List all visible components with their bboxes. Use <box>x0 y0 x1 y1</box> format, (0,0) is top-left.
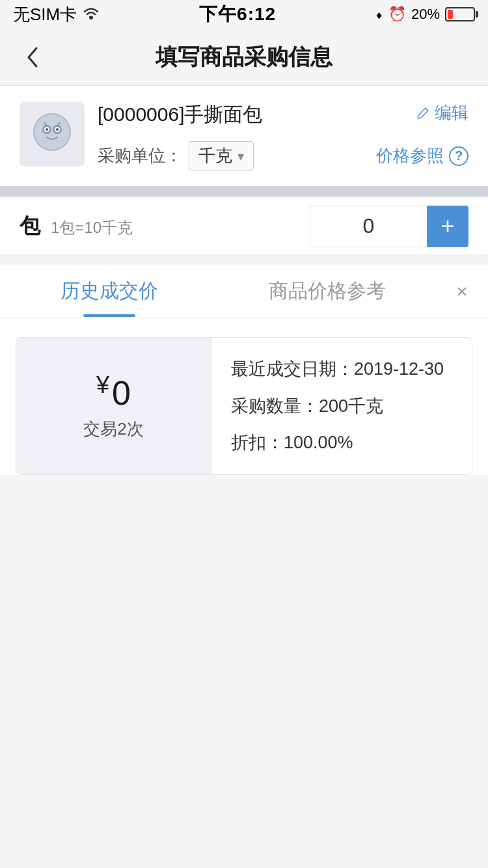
product-name-row: [0000006]手撕面包 编辑 <box>98 102 468 128</box>
purchase-qty-row: 采购数量：200千克 <box>231 393 452 420</box>
quantity-input[interactable]: 0 <box>310 206 427 247</box>
price-ref-label: 价格参照 <box>376 144 444 167</box>
status-left: 无SIM卡 <box>13 3 100 26</box>
history-left: ¥0 交易2次 <box>16 338 211 474</box>
unit-arrow-icon: ▾ <box>237 148 244 164</box>
battery-icon <box>445 7 475 21</box>
edit-button[interactable]: 编辑 <box>416 102 468 124</box>
quantity-label-group: 包 1包=10千克 <box>20 212 133 241</box>
location-icon: ⬧ <box>375 6 383 23</box>
price-ref-icon: ? <box>449 146 468 166</box>
separator-bar <box>0 186 488 197</box>
battery-percent: 20% <box>411 6 440 23</box>
tabs-header: 历史成交价 商品价格参考 × <box>0 265 488 318</box>
recent-date-row: 最近成交日期：2019-12-30 <box>231 356 452 383</box>
unit-select[interactable]: 千克 ▾ <box>189 141 254 170</box>
quantity-unit-big: 包 <box>20 212 40 241</box>
trade-count: 交易2次 <box>83 418 143 441</box>
status-bar: 无SIM卡 下午6:12 ⬧ ⏰ 20% <box>0 0 488 29</box>
nav-bar: 填写商品采购信息 <box>0 29 488 86</box>
tab-price-ref[interactable]: 商品价格参考 <box>218 265 436 317</box>
battery-fill <box>448 10 453 19</box>
main-body <box>0 495 488 869</box>
history-price: ¥0 <box>96 372 131 413</box>
quantity-input-group: 0 + <box>310 206 468 247</box>
quantity-sub-label: 1包=10千克 <box>51 217 133 238</box>
unit-value: 千克 <box>198 144 232 167</box>
product-image <box>20 102 85 167</box>
product-name: [0000006]手撕面包 <box>98 102 416 128</box>
tab-close-button[interactable]: × <box>436 265 488 318</box>
status-right: ⬧ ⏰ 20% <box>375 6 475 23</box>
svg-point-0 <box>89 16 93 20</box>
tab-history-price[interactable]: 历史成交价 <box>0 265 218 317</box>
svg-point-6 <box>46 128 48 131</box>
quantity-plus-button[interactable]: + <box>427 206 468 247</box>
svg-point-1 <box>34 114 70 150</box>
product-logo <box>33 113 72 156</box>
tab-underline <box>83 314 135 317</box>
page-title: 填写商品采购信息 <box>156 42 332 72</box>
currency-symbol: ¥ <box>96 372 109 398</box>
product-info: [0000006]手撕面包 编辑 采购单位： 千克 ▾ 价格 <box>98 102 468 170</box>
product-top: [0000006]手撕面包 编辑 采购单位： 千克 ▾ 价格 <box>20 102 468 170</box>
carrier-text: 无SIM卡 <box>13 3 77 26</box>
price-ref-button[interactable]: 价格参照 ? <box>376 144 468 167</box>
history-card: ¥0 交易2次 最近成交日期：2019-12-30 采购数量：200千克 折扣：… <box>16 337 472 475</box>
tabs-panel: 历史成交价 商品价格参考 × ¥0 交易2次 最近成交日期：2019-12-30… <box>0 265 488 475</box>
unit-label: 采购单位： <box>98 144 182 167</box>
product-card: [0000006]手撕面包 编辑 采购单位： 千克 ▾ 价格 <box>0 86 488 186</box>
back-button[interactable] <box>13 38 52 77</box>
status-time: 下午6:12 <box>199 2 276 27</box>
discount-row: 折扣：100.00% <box>231 429 452 456</box>
product-unit-row: 采购单位： 千克 ▾ 价格参照 ? <box>98 141 468 170</box>
wifi-icon <box>82 5 100 25</box>
alarm-icon: ⏰ <box>388 6 406 23</box>
quantity-section: 包 1包=10千克 0 + <box>0 198 488 255</box>
history-right: 最近成交日期：2019-12-30 采购数量：200千克 折扣：100.00% <box>211 338 472 474</box>
svg-point-7 <box>56 128 59 131</box>
